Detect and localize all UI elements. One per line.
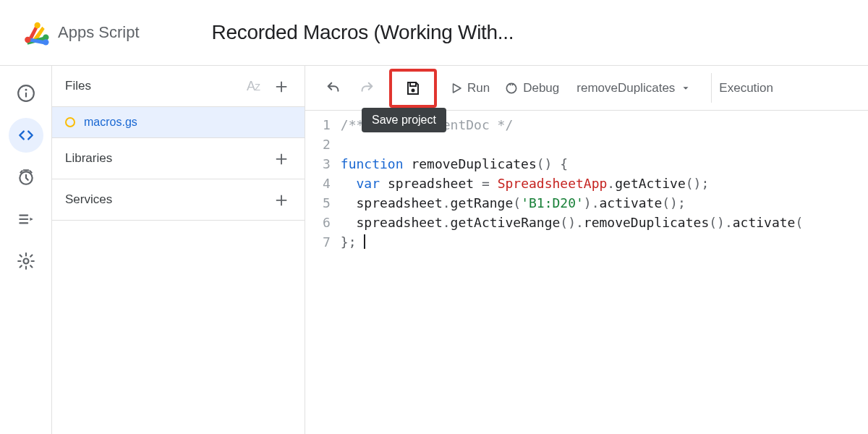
nav-executions[interactable]	[9, 202, 43, 237]
gear-icon	[17, 252, 35, 271]
libraries-section[interactable]: Libraries ＋	[52, 137, 305, 179]
svg-point-1	[35, 22, 41, 28]
svg-point-0	[25, 37, 30, 43]
nav-editor[interactable]	[9, 118, 43, 153]
text-cursor	[364, 234, 365, 249]
sort-az-icon[interactable]: AZ	[247, 79, 260, 94]
main-area: Files AZ ＋ macros.gs Libraries ＋ Service…	[0, 65, 868, 434]
svg-point-10	[412, 88, 415, 92]
services-label: Services	[65, 192, 112, 207]
add-library-button[interactable]: ＋	[271, 148, 292, 169]
nav-overview[interactable]	[9, 76, 43, 111]
function-selector[interactable]: removeDuplicates	[569, 81, 698, 95]
files-header: Files AZ ＋	[52, 66, 305, 107]
files-title: Files	[65, 79, 91, 93]
play-icon	[450, 82, 463, 95]
run-label: Run	[467, 81, 490, 95]
executions-icon	[17, 210, 35, 229]
info-icon	[17, 84, 35, 103]
top-header: Apps Script Recorded Macros (Working Wit…	[0, 0, 868, 65]
exec-log-label: Execution	[719, 81, 773, 95]
debug-button[interactable]: Debug	[500, 75, 563, 102]
redo-icon	[359, 80, 375, 96]
svg-point-3	[43, 39, 48, 45]
project-title[interactable]: Recorded Macros (Working With...	[212, 21, 514, 44]
execution-log-button[interactable]: Execution	[711, 73, 780, 103]
redo-button[interactable]	[353, 75, 380, 102]
nav-rail	[0, 66, 52, 434]
file-name: macros.gs	[84, 116, 137, 129]
function-name: removeDuplicates	[576, 81, 675, 95]
save-icon	[404, 80, 422, 97]
save-tooltip: Save project	[362, 108, 446, 132]
debug-icon	[504, 81, 519, 95]
undo-button[interactable]	[320, 75, 347, 102]
editor-area: Run Debug removeDuplicates Execution Sav…	[305, 66, 868, 434]
gutter: 1 2 3 4 5 6 7	[305, 115, 341, 252]
file-item-macros[interactable]: macros.gs	[52, 107, 305, 137]
brand[interactable]: Apps Script	[22, 18, 140, 47]
save-button-highlight	[389, 69, 437, 108]
run-button[interactable]: Run	[446, 75, 494, 102]
toolbar: Run Debug removeDuplicates Execution	[305, 66, 868, 111]
svg-point-11	[507, 83, 516, 93]
add-service-button[interactable]: ＋	[271, 190, 292, 210]
file-modified-icon	[65, 117, 75, 127]
brand-text: Apps Script	[58, 23, 140, 42]
nav-settings[interactable]	[9, 244, 43, 278]
svg-rect-9	[410, 82, 416, 86]
undo-icon	[326, 80, 341, 96]
chevron-down-icon	[681, 83, 691, 93]
code-content[interactable]: /** @OnlyCurrentDoc */ function removeDu…	[341, 115, 803, 252]
apps-script-logo-icon	[22, 18, 51, 47]
svg-point-6	[25, 89, 27, 91]
svg-point-8	[23, 259, 28, 264]
files-panel: Files AZ ＋ macros.gs Libraries ＋ Service…	[52, 66, 305, 434]
libraries-label: Libraries	[65, 151, 112, 166]
code-icon	[17, 126, 35, 145]
debug-label: Debug	[523, 81, 559, 95]
add-file-button[interactable]: ＋	[271, 76, 292, 96]
services-section[interactable]: Services ＋	[52, 179, 305, 221]
clock-icon	[17, 168, 35, 187]
nav-triggers[interactable]	[9, 160, 43, 195]
save-button[interactable]	[399, 75, 427, 102]
